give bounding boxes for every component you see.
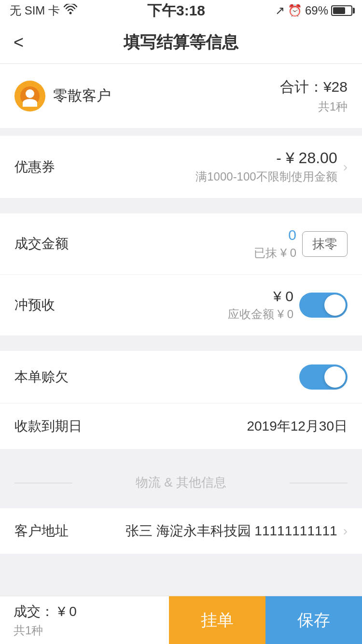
bottom-trans-value: ¥ 0 (58, 604, 77, 619)
wifi-icon (64, 4, 77, 17)
location-icon: ↗ (275, 4, 285, 17)
transaction-right: 0 已抹 ¥ 0 抹零 (254, 227, 348, 261)
customer-row: 零散客户 合计：¥28 共1种 (0, 64, 362, 128)
customer-total: 合计：¥28 共1种 (280, 77, 348, 114)
credit-right (299, 364, 348, 390)
prepayment-sub: 应收金额 ¥ 0 (228, 307, 293, 322)
bottom-bar: 成交： ¥ 0 共1种 挂单 保存 (0, 596, 362, 644)
credit-row: 本单赊欠 (0, 351, 362, 403)
save-button[interactable]: 保存 (265, 596, 362, 644)
transaction-section: 成交金额 0 已抹 ¥ 0 抹零 冲预收 ¥ 0 应收金额 ¥ 0 (0, 213, 362, 336)
transaction-row: 成交金额 0 已抹 ¥ 0 抹零 (0, 213, 362, 274)
section-divider-4 (0, 501, 362, 508)
nav-bar: < 填写结算等信息 (0, 21, 362, 64)
status-right: ↗ ⏰ 69% (275, 4, 352, 17)
address-chevron-icon: › (343, 523, 348, 539)
address-row[interactable]: 客户地址 张三 海淀永丰科技园 11111111111 › (0, 508, 362, 554)
content: 零散客户 合计：¥28 共1种 优惠券 - ¥ 28.00 满1000-100不… (0, 64, 362, 619)
svg-point-0 (70, 12, 72, 14)
transaction-label: 成交金额 (14, 235, 69, 253)
hold-button[interactable]: 挂单 (169, 596, 265, 644)
bottom-count: 共1种 (14, 623, 155, 638)
coupon-section: 优惠券 - ¥ 28.00 满1000-100不限制使用金额 › (0, 136, 362, 198)
chevron-right-icon: › (343, 159, 348, 175)
due-date-row: 收款到期日 2019年12月30日 (0, 403, 362, 449)
coupon-value: - ¥ 28.00 (195, 149, 337, 167)
page-title: 填写结算等信息 (124, 31, 238, 54)
status-bar: 无 SIM 卡 下午3:18 ↗ ⏰ 69% (0, 0, 362, 21)
carrier-text: 无 SIM 卡 (10, 3, 60, 18)
coupon-right: - ¥ 28.00 满1000-100不限制使用金额 › (195, 149, 348, 184)
logistics-separator: 物流 & 其他信息 (0, 464, 362, 501)
coupon-row[interactable]: 优惠券 - ¥ 28.00 满1000-100不限制使用金额 › (0, 136, 362, 198)
due-date-label: 收款到期日 (14, 417, 82, 435)
prepayment-label: 冲预收 (14, 296, 55, 314)
coupon-desc: 满1000-100不限制使用金额 (195, 169, 337, 184)
bottom-trans-text: 成交： (14, 604, 54, 619)
battery-percentage: 69% (305, 4, 328, 17)
round-zero-button[interactable]: 抹零 (302, 231, 348, 257)
back-button[interactable]: < (14, 32, 24, 53)
prepayment-value: ¥ 0 (228, 288, 293, 305)
toggle-knob (324, 294, 346, 316)
prepayment-toggle[interactable] (299, 293, 348, 318)
address-value: 张三 海淀永丰科技园 11111111111 (125, 522, 337, 540)
address-section: 客户地址 张三 海淀永丰科技园 11111111111 › (0, 508, 362, 554)
credit-toggle[interactable] (299, 364, 348, 390)
avatar-icon (20, 86, 40, 106)
prepayment-row: 冲预收 ¥ 0 应收金额 ¥ 0 (0, 274, 362, 336)
due-date-value: 2019年12月30日 (247, 417, 348, 435)
transaction-value: 0 (288, 227, 296, 243)
battery-icon (331, 5, 352, 16)
section-divider-1 (0, 206, 362, 213)
time-display: 下午3:18 (147, 1, 205, 21)
customer-info: 零散客户 (14, 81, 111, 112)
bottom-info: 成交： ¥ 0 共1种 (0, 596, 169, 644)
credit-label: 本单赊欠 (14, 368, 69, 386)
logistics-label: 物流 & 其他信息 (136, 475, 226, 490)
credit-toggle-knob (324, 366, 346, 388)
coupon-label: 优惠券 (14, 158, 55, 176)
transaction-value-col: 0 已抹 ¥ 0 (254, 227, 296, 261)
section-divider-3 (0, 457, 362, 464)
status-left: 无 SIM 卡 (10, 3, 77, 18)
address-right: 张三 海淀永丰科技园 11111111111 › (125, 522, 348, 540)
avatar (14, 81, 45, 112)
credit-section: 本单赊欠 收款到期日 2019年12月30日 (0, 351, 362, 449)
total-amount: 合计：¥28 (280, 77, 348, 97)
alarm-icon: ⏰ (288, 4, 302, 17)
address-label: 客户地址 (14, 522, 69, 540)
coupon-value-col: - ¥ 28.00 满1000-100不限制使用金额 (195, 149, 337, 184)
prepayment-value-col: ¥ 0 应收金额 ¥ 0 (228, 288, 293, 322)
transaction-sub: 已抹 ¥ 0 (254, 245, 296, 261)
total-count: 共1种 (280, 99, 348, 114)
customer-section: 零散客户 合计：¥28 共1种 (0, 64, 362, 128)
customer-name: 零散客户 (53, 86, 111, 106)
section-divider-2 (0, 343, 362, 351)
bottom-trans-label: 成交： ¥ 0 (14, 602, 155, 621)
prepayment-right: ¥ 0 应收金额 ¥ 0 (228, 288, 348, 322)
